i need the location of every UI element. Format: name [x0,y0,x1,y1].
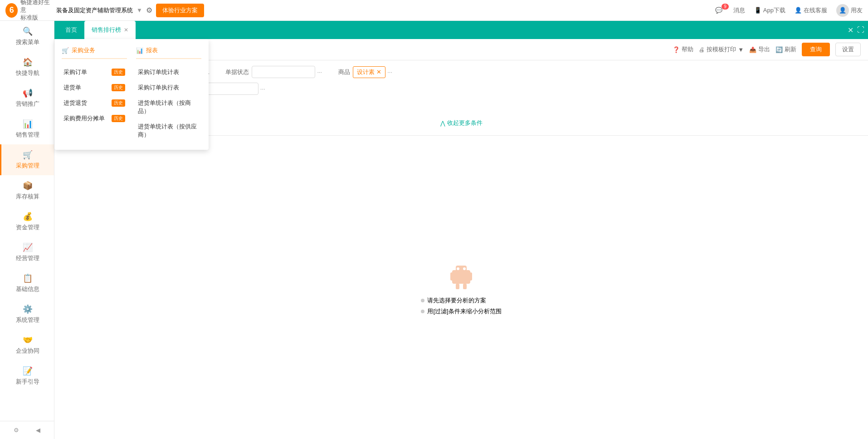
print-button[interactable]: 🖨 按模板打印 ▼ [699,45,744,54]
sidebar-item-label: 基础信息 [16,285,39,293]
tab-close-icon[interactable]: ✕ [124,27,128,33]
system-title: 装备及固定资产辅助管理系统 [56,6,133,15]
gear-icon[interactable]: ⚙ [146,6,152,15]
user-item[interactable]: 👤 用友 [836,4,863,17]
purchase-items: 采购订单历史进货单历史进货退货历史采购费用分摊单历史 [62,64,127,126]
app-download-label: App下载 [763,6,785,15]
query-button[interactable]: 查询 [802,43,830,56]
sidebar-item-label: 系统管理 [16,316,39,324]
collapse-up-icon: ⋀ [440,120,445,127]
export-button[interactable]: 📤 导出 [749,45,770,54]
dropdown-purchase-item[interactable]: 进货退货历史 [62,95,127,111]
empty-tip-1-text: 请先选择要分析的方案 [427,296,486,305]
logo-text: 畅捷通好生意 标准版 [20,0,51,22]
tab-label: 销售排行榜 [92,26,121,34]
order-status-filter: 单据状态 ··· [225,66,322,78]
system-icon: ⚙️ [23,304,33,314]
dropdown-item-label: 采购订单统计表 [138,68,179,76]
tab-home[interactable]: 首页 [58,21,84,39]
order-status-select[interactable] [252,66,315,78]
sidebar-item-label: 库存核算 [16,192,39,201]
dropdown-item-label: 采购订单 [63,68,87,76]
purchase-col-title-text: 采购业务 [72,46,95,54]
report-items: 采购订单统计表采购订单执行表进货单统计表（按商品）进货单统计表（按供应商） [136,64,201,143]
collapse-label: 收起更多条件 [447,119,483,127]
help-button[interactable]: ❓ 帮助 [673,45,693,54]
sales-icon: 📊 [23,119,33,129]
user-label: 用友 [851,6,863,15]
dropdown-purchase-item[interactable]: 进货单历史 [62,80,127,95]
dropdown-report-item[interactable]: 进货单统计表（按供应商） [136,119,201,143]
svg-rect-0 [452,270,470,284]
goods-tag-close[interactable]: ✕ [376,69,381,75]
help-icon: ❓ [673,46,680,53]
sidebar-item-quicknav[interactable]: 🏠快捷导航 [0,52,54,83]
sidebar-item-purchase[interactable]: 🛒采购管理 [0,144,54,175]
settings-button[interactable]: 设置 [835,43,861,56]
export-icon: 📤 [749,46,756,53]
sidebar-bottom: ⚙ ◀ [0,421,54,439]
sidebar-item-finance[interactable]: 💰资金管理 [0,206,54,237]
goods-tag[interactable]: 设计素 ✕ [353,66,385,78]
svg-rect-7 [463,284,467,289]
close-tab-icon[interactable]: ✕ [848,26,853,35]
dropdown-purchase-item[interactable]: 采购订单历史 [62,64,127,80]
report-col: 📊 报表 采购订单统计表采购订单执行表进货单统计表（按商品）进货单统计表（按供应… [136,46,201,143]
sidebar-item-label: 经营管理 [16,254,39,262]
collapse-sidebar-icon[interactable]: ◀ [36,427,40,434]
solution-button[interactable]: 体验行业方案 [156,4,204,17]
dropdown-report-item[interactable]: 采购订单执行表 [136,80,201,95]
online-service-item[interactable]: 👤 在线客服 [795,6,827,15]
message-label: 消息 [733,6,745,15]
sidebar-item-inventory[interactable]: 📦库存核算 [0,175,54,206]
goods-label: 商品 [338,68,350,76]
purchase-col-title: 🛒 采购业务 [62,46,127,59]
order-status-dots[interactable]: ··· [317,69,322,75]
expand-icon[interactable]: ⛶ [857,26,864,34]
purchase-col: 🛒 采购业务 采购订单历史进货单历史进货退货历史采购费用分摊单历史 [62,46,127,143]
online-service-label: 在线客服 [804,6,827,15]
sidebar-item-system[interactable]: ⚙️系统管理 [0,299,54,330]
dot-icon-2 [421,310,424,313]
dropdown-purchase-item[interactable]: 采购费用分摊单历史 [62,111,127,126]
sidebar-item-label: 新手引导 [16,378,39,386]
toolbar-right: ❓ 帮助 🖨 按模板打印 ▼ 📤 导出 🔄 刷新 查询 设置 [673,43,861,56]
sidebar-item-label: 营销推广 [16,100,39,108]
print-icon: 🖨 [699,46,705,53]
settings-icon[interactable]: ⚙ [14,427,19,434]
finance-icon: 💰 [23,212,33,222]
report-col-title: 📊 报表 [136,46,201,59]
sidebar-item-collab[interactable]: 🤝企业协同 [0,330,54,360]
svg-point-3 [463,267,466,270]
tab-sales_rank[interactable]: 销售排行榜✕ [84,21,136,39]
message-item[interactable]: 💬 9 消息 [715,6,745,15]
empty-tip-1: 请先选择要分析的方案 [421,296,501,305]
purchase-icon: 🛒 [23,150,33,160]
empty-tip-2-text: 用[过滤]条件来缩小分析范围 [427,307,501,316]
title-arrow-icon[interactable]: ▼ [137,7,142,14]
dropdown-item-label: 采购费用分摊单 [63,114,105,123]
guide-icon: 📝 [23,366,33,376]
refresh-button[interactable]: 🔄 刷新 [775,45,796,54]
service-icon: 👤 [795,7,802,14]
dropdown-report-item[interactable]: 采购订单统计表 [136,64,201,80]
inventory-icon: 📦 [23,181,33,191]
sidebar-item-operation[interactable]: 📈经营管理 [0,237,54,268]
sidebar-item-guide[interactable]: 📝新手引导 [0,360,54,391]
sidebar-item-sales[interactable]: 📊销售管理 [0,113,54,144]
dropdown-item-label: 进货单 [63,84,81,92]
dropdown-item-label: 进货单统计表（按供应商） [138,123,200,139]
sidebar-item-label: 销售管理 [16,131,39,139]
goods-dots[interactable]: ··· [387,69,392,75]
sidebar-item-search[interactable]: 🔍搜索菜单 [0,21,54,52]
salesperson-dots[interactable]: ··· [260,85,265,92]
report-col-title-text: 报表 [146,46,158,54]
app-download-item[interactable]: 📱 App下载 [754,6,785,15]
search-icon: 🔍 [23,26,33,36]
sidebar-item-basic[interactable]: 📋基础信息 [0,268,54,299]
dot-icon-1 [421,299,424,302]
dropdown-report-item[interactable]: 进货单统计表（按商品） [136,95,201,119]
sidebar-item-label: 资金管理 [16,223,39,232]
sidebar-item-marketing[interactable]: 📢营销推广 [0,83,54,113]
logo-icon: 6 [5,3,18,18]
